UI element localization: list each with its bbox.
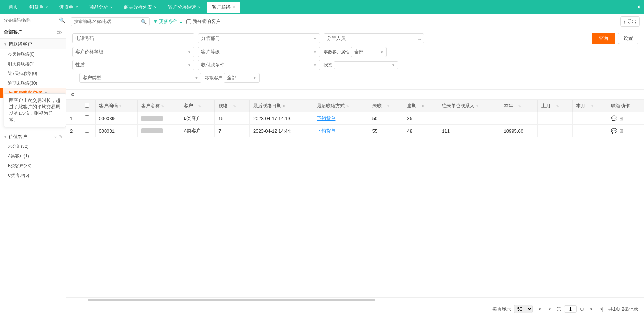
sidebar-item-c-class[interactable]: C类客户(6) (0, 171, 66, 180)
status-field[interactable]: ▼ (334, 61, 398, 69)
sidebar-item-b-class[interactable]: B类客户(33) (0, 161, 66, 171)
filter-icon: ▼ (153, 19, 158, 24)
sidebar-search-icon[interactable]: 🔍 (59, 17, 65, 23)
nav-tab-customer-segment[interactable]: 客户分层经营 × (163, 2, 205, 13)
sidebar-item-today[interactable]: 今天待联络(0) (0, 49, 66, 59)
price-grade-down-icon: ▼ (187, 50, 191, 54)
retail-customer-field[interactable]: 全部 ▼ (224, 73, 260, 83)
pagination-bar: 每页显示 50 100 200 |< < 第 页 > >| 共1页 2条记录 (66, 302, 644, 316)
sidebar-value-section[interactable]: ▼ 价值客户 ○ ✎ (0, 132, 66, 142)
row-2-contact-way-link[interactable]: 下销货单 (317, 128, 335, 133)
nav-tab-home[interactable]: 首页 (4, 2, 23, 13)
row-2-checkbox[interactable] (81, 125, 95, 137)
row-2-grid-icon[interactable]: ⊞ (619, 128, 624, 134)
price-grade-field[interactable]: 客户价格等级 ▼ (72, 47, 194, 57)
select-all-checkbox[interactable] (85, 103, 89, 108)
col-uncontact[interactable]: 未联... ⇅ (369, 100, 403, 112)
sidebar-pending-title[interactable]: ▼ 待联络客户 (0, 39, 66, 49)
nav-tab-customer-contact[interactable]: 客户联络 × (207, 2, 240, 13)
per-page-select[interactable]: 50 100 200 (514, 305, 533, 313)
my-customers-filter[interactable]: 我分管的客户 (186, 18, 221, 25)
col-last-month[interactable]: 上月... ⇅ (538, 100, 573, 112)
row-2-last-contact-way[interactable]: 下销货单 (313, 125, 369, 137)
query-button[interactable]: 查询 (592, 33, 615, 44)
sidebar-search-input[interactable] (4, 18, 57, 23)
row-2-action: 💬 ⊞ (607, 125, 644, 137)
close-sales-tab[interactable]: × (46, 5, 48, 9)
col-contact[interactable]: 联络... ⇅ (215, 100, 250, 112)
col-name[interactable]: 客户名称 ⇅ (138, 100, 180, 112)
last-page-button[interactable]: >| (597, 306, 606, 312)
table-container[interactable]: 客户编码 ⇅ 客户名称 ⇅ 客户... ⇅ 联络... (66, 100, 644, 297)
row-2-select-checkbox[interactable] (85, 128, 89, 133)
scrollbar-thumb[interactable] (88, 299, 375, 301)
close-all-button[interactable]: × (637, 4, 640, 10)
col-this-month[interactable]: 本月... ⇅ (573, 100, 607, 112)
nav-tab-sales[interactable]: 销货单 × (24, 2, 53, 13)
status-label: 状态 (324, 62, 332, 68)
nav-tab-purchase[interactable]: 进货单 × (54, 2, 83, 13)
page-number-input[interactable] (564, 305, 577, 313)
col-contact-person[interactable]: 往来单位联系人 ⇅ (438, 100, 500, 112)
row-1-type: B类客户 (180, 112, 215, 125)
nav-tab-analysis-list[interactable]: 商品分析列表 × (119, 2, 161, 13)
row-1-chat-icon[interactable]: 💬 (611, 115, 617, 121)
close-analysis-tab[interactable]: × (110, 5, 112, 9)
horizontal-scrollbar[interactable] (66, 297, 644, 302)
row-1-checkbox[interactable] (81, 112, 95, 125)
sidebar-item-tomorrow[interactable]: 明天待联络(1) (0, 59, 66, 69)
row-2-chat-icon[interactable]: 💬 (611, 128, 617, 134)
close-purchase-tab[interactable]: × (75, 5, 78, 9)
row-1-contact-person (438, 112, 500, 125)
customer-grade-field[interactable]: 客户等级 ▼ (198, 47, 320, 57)
payment-field[interactable]: 收付款条件 ▼ (198, 60, 320, 70)
sidebar-pending-section: ▼ 待联络客户 今天待联络(0) 明天待联络(1) 近7天待联络(0) 逾期未联… (0, 39, 66, 88)
my-customers-checkbox[interactable] (186, 19, 191, 24)
gender-field[interactable]: 性质 ▼ (72, 60, 194, 70)
col-this-year[interactable]: 本年... ⇅ (500, 100, 538, 112)
col-type[interactable]: 客户... ⇅ (180, 100, 215, 112)
person-field[interactable]: 分管人员 ... (324, 33, 424, 43)
phone-field[interactable]: 电话号码 (72, 33, 194, 43)
first-page-button[interactable]: |< (536, 306, 544, 312)
sidebar-item-overdue[interactable]: 逾期未联络(30) (0, 79, 66, 88)
retail-attr-field[interactable]: 全部 ▼ (351, 47, 387, 57)
per-page-label: 每页显示 (492, 306, 511, 312)
sidebar-item-7days[interactable]: 近7天待联络(0) (0, 69, 66, 79)
col-overdue[interactable]: 逾期... ⇅ (403, 100, 438, 112)
row-2-contact: 7 (215, 125, 250, 137)
col-action: 联络动作 (607, 100, 644, 112)
row-1-grid-icon[interactable]: ⊞ (619, 115, 624, 121)
close-analysis-list-tab[interactable]: × (154, 5, 156, 9)
next-page-button[interactable]: > (587, 306, 594, 312)
settings-gear-icon[interactable]: ⚙ (71, 92, 75, 97)
nav-tab-analysis[interactable]: 商品分析 × (84, 2, 117, 13)
export-button[interactable]: ↑ 导出 (620, 16, 640, 27)
prev-page-button[interactable]: < (547, 306, 554, 312)
value-edit-icon[interactable]: ✎ (59, 134, 62, 139)
col-last-contact-date[interactable]: 最后联络日期 ⇅ (250, 100, 313, 112)
sidebar-item-ungroup[interactable]: 未分组(32) (0, 142, 66, 151)
row-1-select-checkbox[interactable] (85, 115, 89, 120)
my-customers-label: 我分管的客户 (193, 18, 221, 25)
value-circle-icon[interactable]: ○ (54, 134, 57, 139)
col-code[interactable]: 客户编码 ⇅ (95, 100, 138, 112)
close-customer-contact-tab[interactable]: × (233, 5, 235, 9)
filter-search-input[interactable] (74, 19, 139, 24)
sidebar-collapse-button[interactable]: ≫ (57, 29, 62, 35)
close-customer-segment-tab[interactable]: × (198, 5, 200, 9)
customer-type-field[interactable]: 客户类型 ▼ (79, 73, 201, 83)
filter-search-icon[interactable]: 🔍 (141, 19, 147, 24)
sidebar-item-a-class[interactable]: A类客户(1) (0, 151, 66, 161)
row-1-uncontact: 50 (369, 112, 403, 125)
setting-button[interactable]: 设置 (618, 33, 638, 44)
more-ellipsis-button[interactable]: ... (72, 75, 76, 80)
row-1-contact-way-link[interactable]: 下销货单 (317, 115, 335, 121)
row-1-last-contact-way[interactable]: 下销货单 (313, 112, 369, 125)
more-conditions-button[interactable]: ▼ 更多条件 ▲ (153, 18, 183, 25)
dept-field[interactable]: 分管部门 ▼ (198, 33, 320, 43)
col-checkbox[interactable] (81, 100, 95, 112)
col-last-contact-way[interactable]: 最后联络方式 ⇅ (313, 100, 369, 112)
more-conditions-label: 更多条件 (159, 18, 178, 25)
row-2-uncontact: 55 (369, 125, 403, 137)
